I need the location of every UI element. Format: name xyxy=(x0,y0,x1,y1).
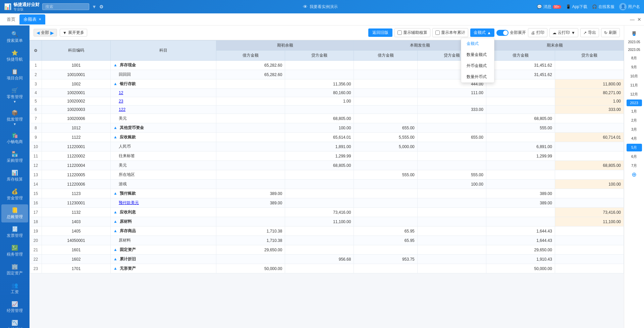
app-name: 畅捷通好业财 xyxy=(13,2,40,7)
sidebar-item-assets[interactable]: 🏢 固定资产 xyxy=(1,261,28,279)
top-search-input[interactable] xyxy=(42,3,89,10)
period-2[interactable]: 2月 xyxy=(627,117,642,124)
main-layout: 🔍 搜索菜单 ⭐ 快捷导航 📋 项目合同 🛒 零售管理 ▼ 📦 批发管理 ▼ 🛍… xyxy=(0,25,644,328)
sidebar-item-salary[interactable]: 👥 工资 xyxy=(1,279,28,298)
salary-icon: 👥 xyxy=(3,282,27,288)
settings-icon[interactable]: ⚙ xyxy=(99,4,104,9)
sidebar-item-retail[interactable]: 🛒 零售管理 ▼ xyxy=(1,84,28,106)
amount-cell: 11,100.00 xyxy=(285,217,354,226)
amount-cell xyxy=(285,226,354,236)
settings-col-header[interactable]: ⚙ xyxy=(30,41,42,61)
account-code-cell: 11220001 xyxy=(42,142,111,151)
amount-cell: 655.00 xyxy=(417,133,486,142)
sidebar-item-search[interactable]: 🔍 搜索菜单 xyxy=(1,28,28,46)
dropdown-item-jine[interactable]: 金额式 xyxy=(461,38,494,49)
period-11[interactable]: 11月 xyxy=(627,81,642,89)
account-name-cell[interactable]: 预付款美元 xyxy=(111,198,216,208)
period-2023-05[interactable]: 2023.05 xyxy=(627,47,642,53)
period-3[interactable]: 3月 xyxy=(627,126,642,133)
amount-cell: 80,271.00 xyxy=(555,89,624,97)
period-12[interactable]: 12月 xyxy=(627,90,642,98)
table-row: 710020006美元68,805.0068,805.00 xyxy=(30,114,624,123)
period-4[interactable]: 4月 xyxy=(627,135,642,142)
period-10[interactable]: 10月 xyxy=(627,72,642,80)
account-name-cell: ▲ 库存现金 xyxy=(111,61,216,70)
sidebar-item-inventory[interactable]: 📊 库存核算 xyxy=(1,167,28,185)
sidebar-item-ledger[interactable]: 📒 总账管理 xyxy=(1,204,28,222)
expand-more-btn[interactable]: ▼ 展开更多 xyxy=(60,29,87,37)
amount-cell: 65.95 xyxy=(354,236,417,245)
tab-balance-sheet[interactable]: 余额表 ✕ xyxy=(19,14,45,24)
sidebar-item-project[interactable]: 📋 项目合同 xyxy=(1,66,28,84)
cloud-print-btn[interactable]: ☁ 云打印 ▼ xyxy=(549,28,578,37)
period-1[interactable]: 1月 xyxy=(627,108,642,115)
account-name-cell[interactable]: 23 xyxy=(111,97,216,106)
print-btn[interactable]: 🖨 打印 xyxy=(528,28,547,37)
export-btn[interactable]: ↗ 导出 xyxy=(580,28,599,37)
period-2023[interactable]: 2023 xyxy=(627,100,642,106)
sidebar-item-ecommerce[interactable]: 🛍️ 小畅电商 xyxy=(1,129,28,147)
show-auxiliary-check[interactable]: 显示辅助核算 xyxy=(394,28,430,37)
amount-cell xyxy=(417,97,486,106)
online-service-btn[interactable]: 🎧 在线客服 xyxy=(592,4,614,10)
account-name-cell[interactable]: 122 xyxy=(111,106,216,114)
mode-dropdown-btn[interactable]: 金额式 ▲ xyxy=(470,28,494,37)
amount-cell xyxy=(354,180,417,189)
return-old-btn[interactable]: 返回旧版 xyxy=(368,28,392,37)
sidebar-item-invoice[interactable]: 🧾 发票管理 xyxy=(1,223,28,241)
search-dropdown-icon[interactable]: ▼ xyxy=(92,4,97,9)
dropdown-item-shuliang-jine[interactable]: 数量金额式 xyxy=(461,49,494,60)
expand-all-toggle[interactable] xyxy=(496,30,508,36)
account-name-cell: ▲ 库存商品 xyxy=(111,226,216,236)
sidebar-item-management[interactable]: 📈 经营管理 xyxy=(1,298,28,316)
show-year-cumulative-check[interactable]: 显示本年累计 xyxy=(432,28,468,37)
refresh-btn[interactable]: ↻ 刷新 xyxy=(601,28,620,37)
tab-close-btn[interactable]: ✕ xyxy=(637,17,641,22)
period-expand-btn[interactable]: ⊕ xyxy=(632,171,637,178)
sidebar-salary-label: 工资 xyxy=(3,289,27,295)
auxiliary-checkbox[interactable] xyxy=(397,30,402,35)
period-9[interactable]: 9月 xyxy=(627,63,642,71)
period-2022-05[interactable]: 2023.05 xyxy=(627,39,642,45)
right-panel: 期间选择 ▲ 2023.05 2023.05 8月 9月 10月 11月 12月… xyxy=(624,25,644,328)
demo-label[interactable]: 我要看实例演示 xyxy=(310,4,338,10)
year-cumulative-checkbox[interactable] xyxy=(435,30,440,35)
breadcrumb-right-icon[interactable]: ▶ xyxy=(50,30,54,36)
period-up-arrow[interactable]: ▲ xyxy=(631,31,637,38)
assets-icon: 🏢 xyxy=(3,263,27,270)
sidebar-item-expense[interactable]: 📉 小畅报销 xyxy=(1,317,28,328)
amount-cell xyxy=(486,161,555,170)
sidebar-item-wholesale[interactable]: 📦 批发管理 ▼ xyxy=(1,107,28,129)
period-5[interactable]: 5月 xyxy=(627,144,642,151)
amount-cell xyxy=(486,89,555,97)
account-name-cell: 回回回 xyxy=(111,70,216,79)
message-btn[interactable]: 💬 消息 99+ xyxy=(537,4,561,10)
tab-home[interactable]: 首页 xyxy=(3,14,19,24)
row-number: 18 xyxy=(30,217,42,226)
message-icon: 💬 xyxy=(537,4,542,9)
period-7[interactable]: 7月 xyxy=(627,162,642,170)
account-name-cell[interactable]: 12 xyxy=(111,89,216,97)
dropdown-item-waibi-jine[interactable]: 外币金额式 xyxy=(461,60,494,71)
amount-cell xyxy=(417,245,486,255)
row-number: 8 xyxy=(30,123,42,133)
period-6[interactable]: 6月 xyxy=(627,153,642,160)
header-left: 📊 畅捷通好业财 专业版 ▼ ⚙ xyxy=(4,2,104,11)
tab-minimize-btn[interactable]: — xyxy=(630,17,635,22)
period-8[interactable]: 8月 xyxy=(627,54,642,62)
breadcrumb-all-btn[interactable]: ◀ 全部 ▶ xyxy=(34,29,57,37)
sidebar-inventory-label: 库存核算 xyxy=(3,177,27,182)
sidebar-item-tax[interactable]: 💹 税务管理 xyxy=(1,242,28,260)
sidebar-item-finance[interactable]: 💰 资金管理 xyxy=(1,186,28,204)
sidebar-item-purchase[interactable]: 🏪 采购管理 xyxy=(1,148,28,166)
table-row: 1111220002往来标签1,299.991,299.99 xyxy=(30,151,624,161)
user-avatar[interactable]: 👤 用户名 xyxy=(619,3,640,10)
amount-cell xyxy=(417,189,486,198)
mode-caret-icon: ▲ xyxy=(487,30,491,35)
settings-col-icon[interactable]: ⚙ xyxy=(34,48,38,53)
dropdown-item-shuliang-waibi[interactable]: 数量外币式 xyxy=(461,71,494,82)
tab-close-icon[interactable]: ✕ xyxy=(39,17,41,21)
sidebar-item-quick-nav[interactable]: ⭐ 快捷导航 xyxy=(1,47,28,65)
app-download-btn[interactable]: 📱 App下载 xyxy=(566,4,587,10)
account-code-cell: 10010001 xyxy=(42,70,111,79)
